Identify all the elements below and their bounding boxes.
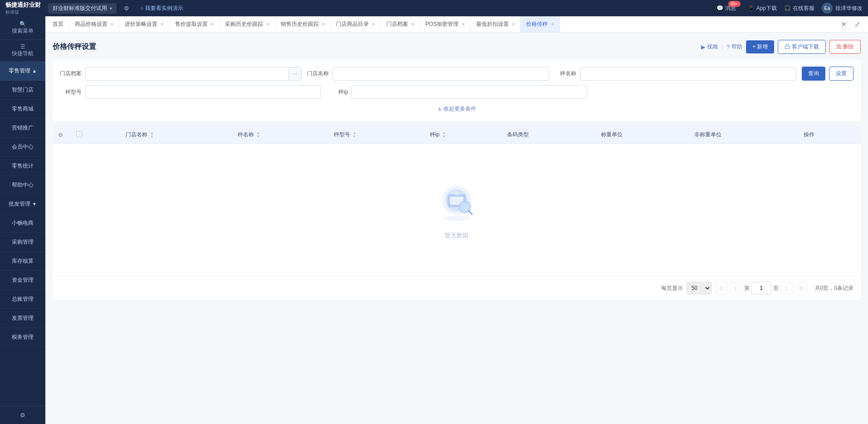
- sort-scale_model-icon[interactable]: ▲▼: [353, 131, 356, 139]
- scale-ip-input[interactable]: [351, 85, 587, 99]
- delete-button[interactable]: 面 删除: [829, 40, 861, 54]
- tab-min-discount[interactable]: 最低折扣设置×: [471, 16, 521, 33]
- store-name-input[interactable]: [332, 67, 549, 81]
- tab-store-catalog[interactable]: 门店商品目录×: [331, 16, 380, 33]
- tab-close-icon[interactable]: ×: [161, 22, 163, 27]
- sort-scale_name-icon[interactable]: ▲▼: [257, 131, 260, 139]
- close-tab-button[interactable]: ✕: [837, 18, 850, 31]
- store-profile-label: 门店档案: [60, 70, 82, 77]
- svg-line-7: [468, 211, 472, 214]
- selector-settings-button[interactable]: ⚙: [120, 2, 133, 14]
- th-checkbox: [71, 126, 120, 144]
- tab-price-scale[interactable]: 价格传秤×: [521, 16, 560, 33]
- tab-pos-management[interactable]: POS加密管理×: [420, 16, 471, 33]
- sidebar-settings-button[interactable]: ⚙: [0, 406, 45, 424]
- tab-purchase-strategy[interactable]: 进价策略设置×: [119, 16, 169, 33]
- page-label-end: 页: [773, 284, 779, 292]
- demo-link[interactable]: ○ 我要看实例演示: [140, 5, 183, 12]
- sidebar-item-label: 总账管理: [12, 296, 34, 302]
- content-area: 首页商品价格设置×进价策略设置×售价提取设置×采购历史价跟踪×销售历史价跟踪×门…: [45, 16, 868, 424]
- tab-close-icon[interactable]: ×: [211, 22, 214, 27]
- tab-close-icon[interactable]: ×: [551, 22, 554, 27]
- sidebar-item-retail-mgmt[interactable]: 零售管理▲: [0, 62, 45, 81]
- avatar: Ea: [822, 3, 833, 14]
- th-scale_model: 秤型号▲▼: [328, 126, 424, 144]
- filter-collapse: ∧ 收起更多条件: [60, 103, 853, 115]
- sort-store_name-icon[interactable]: ▲▼: [150, 131, 154, 139]
- sidebar-item-tax-mgmt[interactable]: 税务管理: [0, 328, 45, 347]
- tab-purchase-history[interactable]: 采购历史价跟踪×: [219, 16, 275, 33]
- online-service-button[interactable]: 🎧 在线客服: [784, 5, 814, 12]
- user-menu[interactable]: Ea 徐泽华修改: [822, 3, 863, 14]
- tab-price-settings[interactable]: 商品价格设置×: [69, 16, 119, 33]
- tab-sale-price[interactable]: 售价提取设置×: [170, 16, 219, 33]
- sidebar-item-member-center[interactable]: 会员中心: [0, 138, 45, 157]
- help-link[interactable]: ? 帮助: [727, 43, 742, 51]
- page-number-input[interactable]: 1: [751, 282, 771, 294]
- add-button[interactable]: + 新增: [746, 40, 774, 53]
- tab-label: POS加密管理: [425, 20, 458, 28]
- message-button[interactable]: 💬 消息 99+: [717, 5, 736, 12]
- search-menu-button[interactable]: 🔍 搜索菜单: [0, 16, 45, 40]
- sidebar-item-inventory[interactable]: 库存核算: [0, 252, 45, 271]
- sidebar-item-invoice-mgmt[interactable]: 发票管理: [0, 309, 45, 328]
- sidebar-item-general-ledger[interactable]: 总账管理: [0, 290, 45, 309]
- col-label-actions: 操作: [804, 131, 814, 138]
- sidebar-item-help-center[interactable]: 帮助中心: [0, 176, 45, 195]
- main-row: 🔍 搜索菜单 ☰ 快捷导航 零售管理▲智慧门店零售商城营销推广会员中心零售统计帮…: [0, 16, 868, 424]
- store-profile-picker-button[interactable]: ···: [289, 67, 302, 81]
- scale-model-filter: 秤型号: [60, 85, 321, 99]
- arrow-icon: ▲: [32, 68, 37, 73]
- message-icon: 💬: [717, 5, 723, 11]
- sidebar-item-retail-stats[interactable]: 零售统计: [0, 157, 45, 176]
- store-profile-input[interactable]: [85, 67, 289, 81]
- sidebar-item-xiaochang[interactable]: 小畅电商: [0, 214, 45, 233]
- client-download-button[interactable]: 凸 客户端下载: [778, 40, 825, 54]
- page-header: 价格传秤设置 ▶ 视频 | ? 帮助 + 新增 凸 客户端下载 面: [53, 40, 861, 54]
- quick-nav-button[interactable]: ☰ 快捷导航: [0, 40, 45, 62]
- online-service-label: 在线客服: [793, 5, 814, 12]
- sidebar-item-label: 批发管理: [9, 200, 30, 208]
- sidebar-item-wholesale-mgmt[interactable]: 批发管理▼: [0, 195, 45, 214]
- first-page-button[interactable]: ⟨⟨: [715, 282, 728, 294]
- sort-scale_ip-icon[interactable]: ▲▼: [442, 131, 446, 139]
- sidebar-item-marketing[interactable]: 营销推广: [0, 119, 45, 138]
- prev-page-button[interactable]: ⟨: [730, 282, 742, 294]
- sidebar-item-label: 资金管理: [12, 277, 34, 283]
- sidebar-item-finance-mgmt[interactable]: 资金管理: [0, 271, 45, 290]
- th-actions: 操作: [798, 126, 861, 144]
- last-page-button[interactable]: ⟩⟩: [795, 282, 808, 294]
- tab-close-icon[interactable]: ×: [462, 22, 464, 27]
- app-download-button[interactable]: 📱 App下载: [748, 5, 777, 12]
- tab-close-icon[interactable]: ×: [111, 22, 113, 27]
- tab-close-icon[interactable]: ×: [411, 22, 414, 27]
- version-label: 好业财标准版交付试用: [53, 5, 107, 12]
- scale-model-input[interactable]: [85, 85, 321, 99]
- query-button[interactable]: 查询: [802, 67, 825, 81]
- tab-close-icon[interactable]: ×: [322, 22, 325, 27]
- sidebar-item-purchase-mgmt[interactable]: 采购管理: [0, 233, 45, 252]
- page-size-select[interactable]: 10 20 50 100: [687, 282, 712, 294]
- scale-name-input[interactable]: [580, 67, 796, 81]
- sidebar-item-label: 发票管理: [12, 315, 34, 321]
- table-settings-icon[interactable]: ⚙: [58, 132, 63, 138]
- collapse-button[interactable]: ∧ 收起更多条件: [432, 103, 482, 115]
- top-bar-actions: 💬 消息 99+ 📱 App下载 🎧 在线客服 Ea 徐泽华修改: [717, 3, 863, 14]
- tab-store-profile[interactable]: 门店档案×: [381, 16, 420, 33]
- tab-close-icon[interactable]: ×: [372, 22, 375, 27]
- col-label-barcode_type: 条码类型: [507, 131, 529, 138]
- expand-tab-button[interactable]: ⤢: [851, 18, 863, 31]
- tab-home[interactable]: 首页: [47, 16, 69, 33]
- empty-text: 暂无数据: [445, 231, 468, 240]
- select-all-checkbox[interactable]: [76, 131, 83, 137]
- sidebar-item-smart-store[interactable]: 智慧门店: [0, 81, 45, 100]
- col-label-scale_model: 秤型号: [334, 131, 350, 139]
- sidebar-item-retail-mall[interactable]: 零售商城: [0, 100, 45, 119]
- config-button[interactable]: 设置: [829, 67, 853, 81]
- video-link[interactable]: ▶ 视频: [701, 43, 718, 51]
- next-page-button[interactable]: ⟩: [780, 282, 793, 294]
- version-selector[interactable]: 好业财标准版交付试用 ▾: [48, 3, 117, 14]
- tab-close-icon[interactable]: ×: [266, 22, 269, 27]
- tab-sale-history[interactable]: 销售历史价跟踪×: [275, 16, 331, 33]
- tab-close-icon[interactable]: ×: [512, 22, 515, 27]
